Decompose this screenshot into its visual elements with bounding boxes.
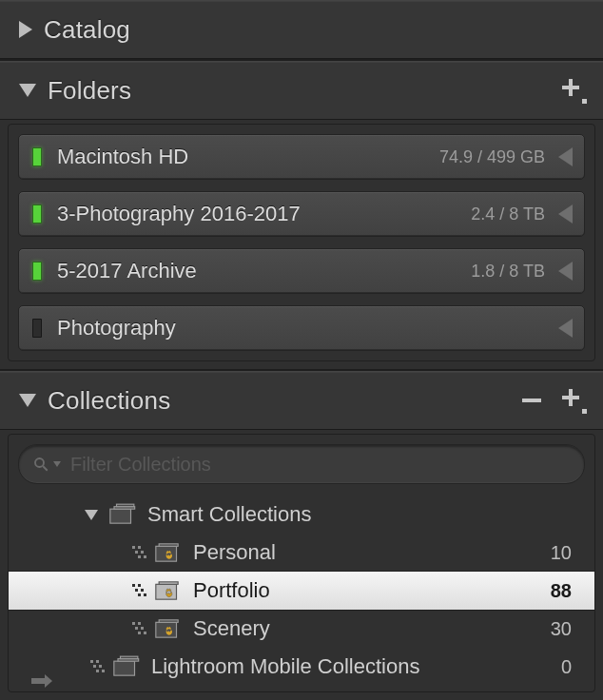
svg-point-0 — [35, 458, 44, 467]
row-label: Personal — [184, 540, 543, 565]
collections-body: Smart Collections Personal 10 Portfolio … — [8, 434, 595, 692]
remove-collection-button[interactable] — [517, 386, 546, 415]
collection-row[interactable]: Scenery 30 — [18, 610, 585, 648]
drag-handle-icon — [90, 660, 104, 673]
drag-handle-icon — [132, 584, 146, 597]
search-icon — [32, 456, 49, 473]
chevron-down-icon — [85, 510, 98, 520]
svg-rect-8 — [159, 582, 178, 585]
collection-set-icon — [109, 503, 138, 526]
drag-handle-icon — [132, 622, 146, 635]
folders-header[interactable]: Folders — [0, 61, 603, 120]
volume-status-icon — [32, 262, 42, 281]
volume-name: 5-2017 Archive — [57, 259, 471, 283]
volume-stat: 1.8 / 8 TB — [471, 262, 545, 282]
smart-collections-row[interactable]: Smart Collections — [18, 496, 585, 534]
row-count: 88 — [543, 580, 572, 602]
chevron-down-icon — [53, 461, 61, 467]
volume-row[interactable]: 3-Photography 2016-2017 2.4 / 8 TB — [18, 191, 585, 237]
volume-status-icon — [32, 204, 42, 224]
chevron-left-icon[interactable] — [558, 262, 573, 281]
volume-name: Macintosh HD — [57, 145, 439, 169]
collection-set-icon — [113, 655, 142, 678]
svg-rect-13 — [121, 656, 138, 659]
add-collection-button[interactable] — [559, 386, 588, 415]
volume-status-icon — [32, 319, 42, 338]
row-count: 30 — [543, 618, 572, 640]
collection-row[interactable]: Personal 10 — [18, 534, 585, 572]
lightroom-mobile-collections-row[interactable]: Lightroom Mobile Collections 0 — [18, 648, 585, 686]
plus-icon — [562, 79, 585, 102]
volume-stat: 74.9 / 499 GB — [439, 147, 545, 167]
row-count: 10 — [543, 542, 572, 564]
svg-rect-2 — [110, 509, 131, 523]
row-count: 0 — [543, 656, 572, 678]
collection-row[interactable]: Portfolio 88 — [9, 572, 594, 610]
volume-row[interactable]: Macintosh HD 74.9 / 499 GB — [18, 134, 585, 180]
folders-title: Folders — [36, 76, 546, 106]
chevron-left-icon[interactable] — [558, 204, 573, 224]
chevron-down-icon — [19, 84, 36, 97]
svg-rect-4 — [117, 504, 134, 507]
volume-stat: 2.4 / 8 TB — [471, 204, 545, 224]
plus-icon — [562, 389, 585, 412]
smart-collection-icon — [155, 579, 184, 602]
filter-input[interactable] — [68, 453, 571, 476]
svg-rect-11 — [114, 661, 135, 675]
svg-rect-10 — [159, 620, 178, 623]
row-label: Scenery — [184, 616, 543, 641]
sync-arrow-icon — [29, 671, 54, 690]
chevron-right-icon — [19, 21, 32, 38]
catalog-title: Catalog — [32, 15, 588, 45]
volumes-list: Macintosh HD 74.9 / 499 GB 3-Photography… — [8, 124, 595, 361]
chevron-left-icon[interactable] — [558, 319, 573, 338]
smart-collection-icon — [155, 617, 184, 640]
filter-collections-field[interactable] — [18, 444, 585, 484]
row-label: Portfolio — [184, 578, 543, 603]
row-label: Smart Collections — [138, 502, 572, 527]
chevron-down-icon — [19, 394, 36, 407]
minus-icon — [522, 399, 541, 402]
svg-rect-9 — [156, 622, 177, 637]
smart-collection-icon — [155, 541, 184, 564]
volume-status-icon — [32, 147, 42, 166]
volume-row[interactable]: Photography — [18, 305, 585, 351]
svg-line-1 — [43, 466, 48, 471]
collections-title: Collections — [36, 386, 504, 416]
volume-name: Photography — [57, 316, 545, 340]
svg-rect-6 — [159, 544, 178, 547]
row-label: Lightroom Mobile Collections — [142, 654, 543, 679]
catalog-header[interactable]: Catalog — [0, 0, 603, 59]
drag-handle-icon — [132, 546, 146, 559]
chevron-left-icon[interactable] — [558, 147, 573, 166]
add-folder-button[interactable] — [559, 76, 588, 105]
collections-header[interactable]: Collections — [0, 371, 603, 430]
volume-row[interactable]: 5-2017 Archive 1.8 / 8 TB — [18, 248, 585, 294]
svg-rect-5 — [156, 546, 177, 561]
volume-name: 3-Photography 2016-2017 — [57, 202, 471, 226]
